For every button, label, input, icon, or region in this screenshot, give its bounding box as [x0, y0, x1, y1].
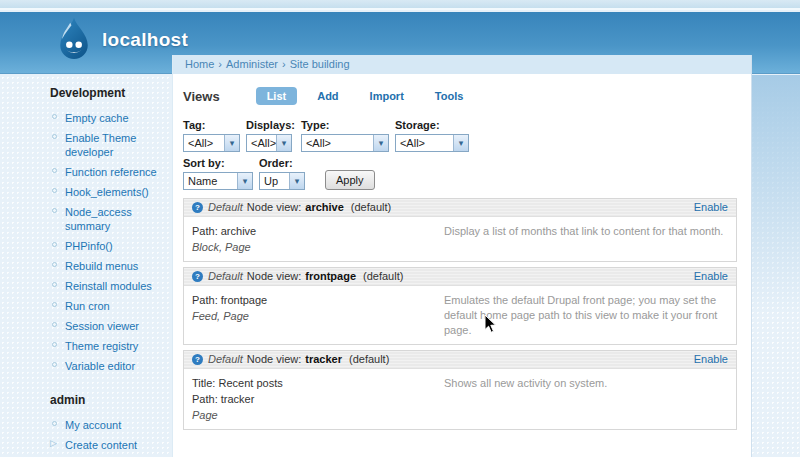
sidebar-item-empty-cache[interactable]: Empty cache [51, 111, 165, 125]
sidebar-link[interactable]: Function reference [65, 166, 157, 178]
enable-link[interactable]: Enable [694, 201, 728, 213]
sidebar-link[interactable]: My account [65, 419, 121, 431]
sidebar-item-reinstall-modules[interactable]: Reinstall modules [51, 279, 165, 293]
sidebar-link[interactable]: Run cron [65, 300, 110, 312]
sidebar-item-variable-editor[interactable]: Variable editor [51, 359, 165, 373]
view-details: Title: Recent posts Path: tracker Page [192, 375, 444, 423]
sidebar-link[interactable]: Create content [65, 439, 137, 451]
view-displays-line: Feed, Page [192, 308, 444, 324]
view-row-tracker: ? Default Node view: tracker (default) E… [183, 350, 737, 430]
breadcrumb-administer-link[interactable]: Administer [226, 58, 278, 70]
dropdown-arrow-icon[interactable] [224, 135, 239, 151]
sidebar-link[interactable]: Session viewer [65, 320, 139, 332]
page-content: Views List Add Import Tools Tag: <All> D… [173, 74, 751, 457]
development-menu: Empty cache Enable Theme developer Funct… [51, 111, 165, 373]
dropdown-arrow-icon[interactable] [237, 173, 252, 189]
sidebar-item-function-reference[interactable]: Function reference [51, 165, 165, 179]
breadcrumb-home-link[interactable]: Home [185, 58, 214, 70]
help-icon[interactable]: ? [192, 354, 203, 365]
order-label: Order: [259, 157, 305, 169]
order-select[interactable]: Up [259, 172, 305, 190]
view-title-line: Title: Recent posts [192, 375, 444, 391]
view-header: ? Default Node view: tracker (default) E… [184, 351, 736, 369]
tag-filter-select[interactable]: <All> [183, 134, 240, 152]
view-default-suffix: (default) [351, 201, 391, 213]
sidebar-link[interactable]: Theme registry [65, 340, 138, 352]
type-filter-select[interactable]: <All> [301, 134, 389, 152]
menu-leaf-icon [52, 342, 57, 347]
main-panel: Home›Administer›Site building Views List… [172, 55, 752, 457]
menu-leaf-icon [52, 421, 57, 426]
sidebar: Development Empty cache Enable Theme dev… [0, 82, 172, 457]
views-filters: Tag: <All> Displays: <All> Type: [183, 119, 737, 190]
filter-group-order: Order: Up [259, 157, 305, 190]
menu-leaf-icon [52, 282, 57, 287]
views-list: ? Default Node view: archive (default) E… [183, 198, 737, 430]
sidebar-item-phpinfo[interactable]: PHPinfo() [51, 239, 165, 253]
tab-add[interactable]: Add [306, 87, 349, 105]
apply-button[interactable]: Apply [325, 170, 375, 190]
view-details: Path: archive Block, Page [192, 223, 444, 255]
dropdown-arrow-icon[interactable] [453, 135, 468, 151]
view-storage-label: Default [208, 201, 243, 213]
tab-tools[interactable]: Tools [424, 87, 475, 105]
sidebar-item-rebuild-menus[interactable]: Rebuild menus [51, 259, 165, 273]
dropdown-arrow-icon[interactable] [373, 135, 388, 151]
sidebar-section-title-development: Development [50, 86, 172, 100]
view-displays-line: Block, Page [192, 239, 444, 255]
view-description: Shows all new activity on system. [444, 375, 728, 423]
sidebar-link[interactable]: Reinstall modules [65, 280, 152, 292]
menu-leaf-icon [52, 114, 57, 119]
breadcrumb-current: Site building [290, 58, 350, 70]
storage-filter-select[interactable]: <All> [395, 134, 469, 152]
storage-filter-value: <All> [396, 135, 453, 151]
filter-group-sort-by: Sort by: Name [183, 157, 253, 190]
view-kind-label: Node view: [247, 201, 301, 213]
sidebar-link[interactable]: Hook_elements() [65, 186, 149, 198]
view-name: frontpage [305, 270, 356, 282]
sidebar-link[interactable]: PHPinfo() [65, 240, 113, 252]
mouse-cursor [484, 314, 497, 334]
view-path-line: Path: tracker [192, 391, 444, 407]
view-details: Path: frontpage Feed, Page [192, 292, 444, 338]
view-name: archive [305, 201, 344, 213]
sidebar-item-session-viewer[interactable]: Session viewer [51, 319, 165, 333]
sidebar-item-theme-registry[interactable]: Theme registry [51, 339, 165, 353]
sidebar-link[interactable]: Enable Theme developer [65, 132, 136, 158]
help-icon[interactable]: ? [192, 271, 203, 282]
view-path-line: Path: frontpage [192, 292, 444, 308]
breadcrumb-separator: › [218, 58, 222, 70]
displays-filter-label: Displays: [246, 119, 295, 131]
view-storage-label: Default [208, 270, 243, 282]
page-title: Views [183, 89, 220, 104]
breadcrumb: Home›Administer›Site building [173, 55, 751, 74]
dropdown-arrow-icon[interactable] [289, 173, 304, 189]
sort-by-select[interactable]: Name [183, 172, 253, 190]
view-body: Path: frontpage Feed, Page Emulates the … [184, 286, 736, 344]
sidebar-item-my-account[interactable]: My account [51, 418, 165, 432]
displays-filter-select[interactable]: <All> [246, 134, 292, 152]
enable-link[interactable]: Enable [694, 353, 728, 365]
sidebar-link[interactable]: Empty cache [65, 112, 129, 124]
enable-link[interactable]: Enable [694, 270, 728, 282]
sidebar-item-hook-elements[interactable]: Hook_elements() [51, 185, 165, 199]
view-kind-label: Node view: [247, 270, 301, 282]
menu-leaf-icon [52, 168, 57, 173]
menu-leaf-icon [52, 242, 57, 247]
sidebar-link[interactable]: Variable editor [65, 360, 135, 372]
sidebar-link[interactable]: Rebuild menus [65, 260, 138, 272]
help-icon[interactable]: ? [192, 202, 203, 213]
filter-group-type: Type: <All> [301, 119, 389, 152]
tab-list[interactable]: List [256, 87, 298, 105]
sidebar-item-node-access-summary[interactable]: Node_access summary [51, 205, 165, 233]
tag-filter-value: <All> [184, 135, 224, 151]
view-kind-label: Node view: [247, 353, 301, 365]
tab-import[interactable]: Import [359, 87, 415, 105]
view-row-frontpage: ? Default Node view: frontpage (default)… [183, 267, 737, 345]
sidebar-item-run-cron[interactable]: Run cron [51, 299, 165, 313]
sidebar-link[interactable]: Node_access summary [65, 206, 132, 232]
view-name: tracker [305, 353, 342, 365]
sidebar-item-enable-theme-developer[interactable]: Enable Theme developer [51, 131, 165, 159]
dropdown-arrow-icon[interactable] [276, 135, 291, 151]
sidebar-item-create-content[interactable]: Create content [51, 438, 165, 452]
